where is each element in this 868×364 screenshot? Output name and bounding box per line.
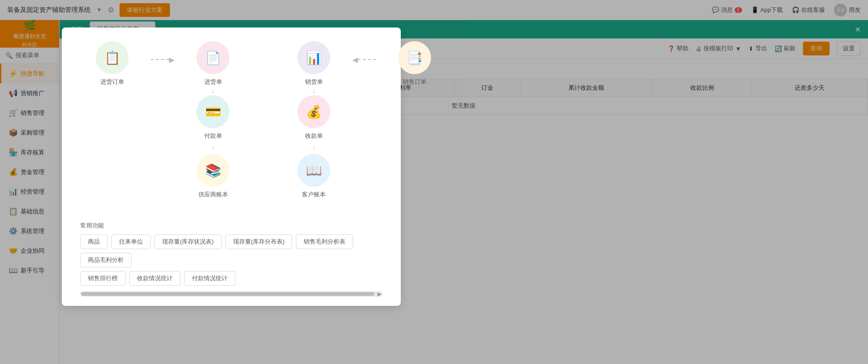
- customer-icon: 📖: [297, 154, 330, 187]
- btn-group-1: 商品 往来单位 现存量(库存状况表) 现存量(库存分布表) 销售毛利分析表 商品…: [80, 234, 382, 267]
- arrow-down-receipt: ↓: [312, 143, 316, 151]
- arrow-down-sales: ↓: [312, 87, 316, 94]
- func-btn-sales-profit[interactable]: 销售毛利分析表: [296, 234, 353, 249]
- purchase-order-icon: 📋: [96, 41, 129, 74]
- sales-order-icon: 📑: [398, 41, 431, 74]
- customer-label: 客户账本: [302, 190, 326, 199]
- purchase-bill-label: 进货单: [204, 78, 222, 86]
- popup-scrollbar-thumb: [81, 292, 374, 296]
- common-functions: 常用功能 商品 往来单位 现存量(库存状况表) 现存量(库存分布表) 销售毛利分…: [80, 222, 382, 286]
- overlay[interactable]: 📋 进货订单 ▶ 📄 进货单 📊 销货单 ◀: [0, 0, 868, 364]
- func-btn-goods-profit[interactable]: 商品毛利分析: [80, 253, 131, 267]
- func-btn-stock-status[interactable]: 现存量(库存状况表): [154, 234, 222, 249]
- func-btn-goods[interactable]: 商品: [80, 234, 108, 249]
- arrow-purchase-to-bill: ▶: [151, 55, 175, 64]
- flow-node-receipt[interactable]: 💰 收款单: [297, 95, 330, 140]
- receipt-label: 收款单: [305, 132, 323, 140]
- sales-bill-icon: 📊: [297, 41, 330, 74]
- payment-label: 付款单: [204, 132, 222, 140]
- arrow-down-purchase: ↓: [212, 87, 215, 94]
- popup: 📋 进货订单 ▶ 📄 进货单 📊 销货单 ◀: [62, 27, 401, 306]
- sales-order-label: 销售订单: [403, 78, 426, 86]
- purchase-bill-icon: 📄: [197, 41, 229, 74]
- flow-node-sales-order[interactable]: 📑 销售订单: [398, 41, 431, 86]
- flow-diagram: 📋 进货订单 ▶ 📄 进货单 📊 销货单 ◀: [80, 41, 382, 212]
- flow-node-supplier[interactable]: 📚 供应商账本: [197, 154, 229, 199]
- supplier-icon: 📚: [197, 154, 229, 187]
- receipt-icon: 💰: [297, 95, 330, 128]
- flow-node-payment[interactable]: 💳 付款单: [197, 95, 229, 140]
- sales-bill-label: 销货单: [305, 78, 323, 86]
- popup-scrollbar[interactable]: ▶: [80, 291, 382, 297]
- func-btn-partner[interactable]: 往来单位: [111, 234, 151, 249]
- payment-icon: 💳: [197, 95, 229, 128]
- func-btn-receipt-stats[interactable]: 收款情况统计: [129, 271, 180, 286]
- func-btn-sales-rank[interactable]: 销售排行榜: [80, 271, 126, 286]
- func-btn-payment-stats[interactable]: 付款情况统计: [184, 271, 235, 286]
- supplier-label: 供应商账本: [198, 190, 228, 199]
- func-btn-stock-dist[interactable]: 现存量(库存分布表): [225, 234, 293, 249]
- common-functions-title: 常用功能: [80, 222, 382, 230]
- flow-node-customer[interactable]: 📖 客户账本: [297, 154, 330, 199]
- btn-group-2: 销售排行榜 收款情况统计 付款情况统计: [80, 271, 382, 286]
- flow-node-purchase-order[interactable]: 📋 进货订单: [96, 41, 129, 86]
- flow-node-sales-bill[interactable]: 📊 销货单: [297, 41, 330, 86]
- flow-node-purchase-bill[interactable]: 📄 进货单: [197, 41, 229, 86]
- arrow-down-payment: ↓: [212, 143, 215, 151]
- arrow-order-to-sales-bill: ◀: [352, 55, 376, 64]
- purchase-order-label: 进货订单: [100, 78, 124, 86]
- scroll-right-icon[interactable]: ▶: [377, 291, 382, 297]
